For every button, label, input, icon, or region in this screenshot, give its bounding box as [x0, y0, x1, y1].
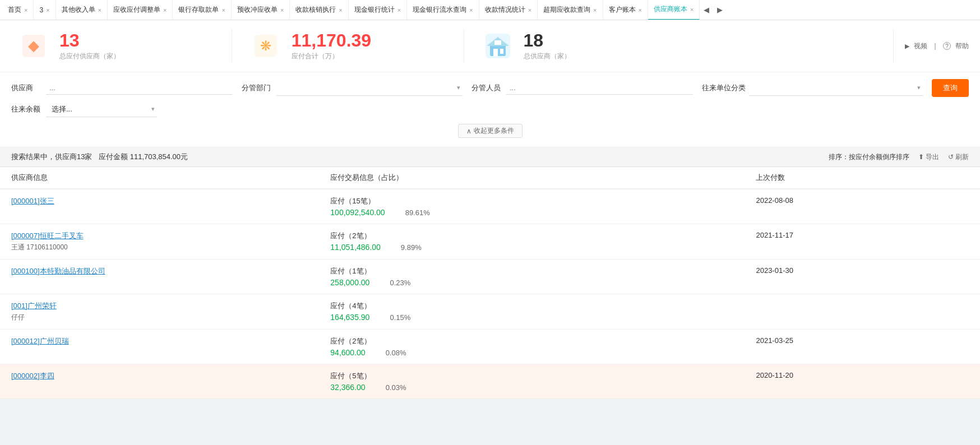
- last-pay-date: 2021-11-17: [756, 231, 793, 239]
- close-icon[interactable]: ×: [339, 7, 342, 13]
- supplier-link[interactable]: [000002]李四: [11, 371, 330, 381]
- last-pay-date: 2023-01-30: [756, 266, 793, 275]
- trans-amount: 11,051,486.00: [330, 243, 381, 252]
- nav-tab-cash-stat[interactable]: 现金银行统计 ×: [349, 0, 407, 20]
- close-icon[interactable]: ×: [24, 7, 27, 13]
- supplier-label: 供应商: [11, 83, 43, 93]
- trans-label: 应付（15笔）: [330, 196, 756, 206]
- total-suppliers-number: 18: [524, 31, 571, 49]
- close-icon[interactable]: ×: [98, 7, 101, 13]
- close-icon[interactable]: ×: [221, 7, 225, 13]
- trans-amount: 100,092,540.00: [330, 208, 385, 217]
- nav-next-arrow[interactable]: ▶: [713, 0, 727, 20]
- chevron-down-icon: ▾: [457, 84, 460, 91]
- close-icon[interactable]: ×: [280, 7, 284, 13]
- help-link[interactable]: 帮助: [955, 41, 969, 51]
- svg-rect-6: [493, 49, 498, 56]
- person-input[interactable]: [506, 81, 693, 95]
- trans-percent: 89.61%: [405, 208, 430, 217]
- nav-tab-customer-book[interactable]: 客户账本 ×: [603, 0, 648, 20]
- chevron-down-icon: ▾: [151, 105, 155, 113]
- balance-label: 往来余额: [11, 104, 43, 114]
- close-icon[interactable]: ×: [397, 7, 401, 13]
- balance-select[interactable]: 选择...: [48, 103, 151, 115]
- grain-icon: ❋: [249, 29, 283, 63]
- table-row: [000012]广州贝瑞 应付（2笔） 94,600.00 0.08% 2021…: [0, 330, 980, 364]
- results-bar: 搜索结果中，供应商13家 应付金额 111,703,854.00元 排序：按应付…: [0, 147, 980, 167]
- close-icon[interactable]: ×: [593, 7, 597, 13]
- export-button[interactable]: ⬆ 导出: [918, 152, 939, 162]
- nav-tab-3[interactable]: 3 ×: [34, 0, 56, 20]
- collapse-bar: ∧ 收起更多条件: [11, 122, 969, 142]
- query-button[interactable]: 查询: [932, 79, 969, 97]
- supplier-link[interactable]: [001]广州荣轩: [11, 301, 330, 311]
- unit-select[interactable]: [751, 81, 918, 94]
- chevron-up-icon: ∧: [466, 127, 471, 135]
- collapse-button[interactable]: ∧ 收起更多条件: [458, 124, 523, 138]
- sort-label[interactable]: 排序：按应付余额倒序排序: [829, 152, 909, 162]
- svg-rect-7: [500, 49, 503, 54]
- nav-tab-collection[interactable]: 收款核销执行 ×: [290, 0, 348, 20]
- table-row: [000002]李四 应付（5笔） 32,366.00 0.03% 2020-1…: [0, 364, 980, 399]
- store-icon: [481, 29, 515, 63]
- dept-select-wrapper: ▾: [276, 80, 463, 96]
- close-icon[interactable]: ×: [163, 7, 167, 13]
- close-icon[interactable]: ×: [690, 6, 694, 13]
- trans-amount: 94,600.00: [330, 348, 365, 357]
- unit-select-wrapper: ▾: [749, 80, 923, 96]
- nav-tab-prepay[interactable]: 预收冲应收单 ×: [232, 0, 290, 20]
- nav-tab-collect-stat[interactable]: 收款情况统计 ×: [479, 0, 538, 20]
- table-row: [000007]恒旺二手叉车 王通 17106110000 应付（2笔） 11,…: [0, 224, 980, 259]
- filter-area: 供应商 分管部门 ▾ 分管人员 往来单位分类 ▾ 查询: [0, 72, 980, 147]
- close-icon[interactable]: ×: [639, 7, 642, 13]
- supplier-input[interactable]: [46, 81, 233, 95]
- svg-text:◆: ◆: [28, 37, 39, 54]
- chevron-down-icon: ▾: [917, 84, 921, 91]
- supplier-link[interactable]: [000012]广州贝瑞: [11, 336, 330, 346]
- dept-select[interactable]: [279, 81, 457, 94]
- trans-amount: 32,366.00: [330, 383, 365, 392]
- table-header: 供应商信息 应付交易信息（占比） 上次付数: [0, 167, 980, 189]
- export-icon: ⬆: [918, 153, 924, 161]
- diamond-icon: ◆: [17, 29, 50, 63]
- dept-label: 分管部门: [242, 83, 273, 93]
- video-link[interactable]: 视频: [914, 41, 927, 51]
- payable-suppliers-number: 13: [59, 31, 120, 49]
- supplier-link[interactable]: [000007]恒旺二手叉车: [11, 231, 330, 241]
- summary-bar: ◆ 13 总应付供应商（家） ❋ 11,170.39 应付合计（万）: [0, 20, 980, 72]
- supplier-link[interactable]: [000001]张三: [11, 196, 330, 206]
- person-label: 分管人员: [471, 83, 503, 93]
- last-pay-date: 2022-08-08: [756, 196, 793, 205]
- payable-total-label: 应付合计（万）: [292, 52, 371, 61]
- trans-label: 应付（1笔）: [330, 266, 756, 276]
- nav-tab-supplier-book[interactable]: 供应商账本 ×: [648, 0, 700, 20]
- trans-label: 应付（2笔）: [330, 231, 756, 241]
- unit-label: 往来单位分类: [702, 83, 746, 93]
- nav-tab-cashflow[interactable]: 现金银行流水查询 ×: [407, 0, 479, 20]
- trans-label: 应付（5笔）: [330, 371, 756, 381]
- last-pay-date: 2020-11-20: [756, 371, 793, 379]
- refresh-button[interactable]: ↺ 刷新: [948, 152, 969, 162]
- table-row: [000001]张三 应付（15笔） 100,092,540.00 89.61%…: [0, 189, 980, 224]
- trans-label: 应付（2笔）: [330, 336, 756, 346]
- nav-tab-adjust[interactable]: 应收应付调整单 ×: [108, 0, 173, 20]
- nav-tab-overdue[interactable]: 超期应收款查询 ×: [538, 0, 603, 20]
- trans-percent: 9.89%: [401, 243, 422, 252]
- filter-unit-type: 往来单位分类 ▾: [702, 80, 923, 96]
- data-table: 供应商信息 应付交易信息（占比） 上次付数 [000001]张三 应付（15笔）…: [0, 167, 980, 399]
- supplier-link[interactable]: [000100]本特勤油品有限公司: [11, 266, 330, 276]
- total-suppliers-label: 总供应商（家）: [524, 52, 571, 61]
- nav-prev-arrow[interactable]: ◀: [700, 0, 713, 20]
- close-icon[interactable]: ×: [469, 7, 473, 13]
- nav-tab-bank[interactable]: 银行存取款单 ×: [173, 0, 231, 20]
- nav-tab-other-income[interactable]: 其他收入单 ×: [56, 0, 108, 20]
- filter-balance: 往来余额 选择... ▾: [11, 101, 157, 117]
- close-icon[interactable]: ×: [528, 7, 531, 13]
- close-icon[interactable]: ×: [46, 7, 49, 13]
- filter-row-1: 供应商 分管部门 ▾ 分管人员 往来单位分类 ▾ 查询: [11, 79, 969, 97]
- trans-percent: 0.08%: [386, 349, 406, 357]
- table-row: [000100]本特勤油品有限公司 应付（1笔） 258,000.00 0.23…: [0, 259, 980, 294]
- supplier-sub: 王通 17106110000: [11, 243, 330, 252]
- nav-tab-home[interactable]: 首页 ×: [2, 0, 34, 20]
- summary-item-payable-total: ❋ 11,170.39 应付合计（万）: [232, 29, 464, 63]
